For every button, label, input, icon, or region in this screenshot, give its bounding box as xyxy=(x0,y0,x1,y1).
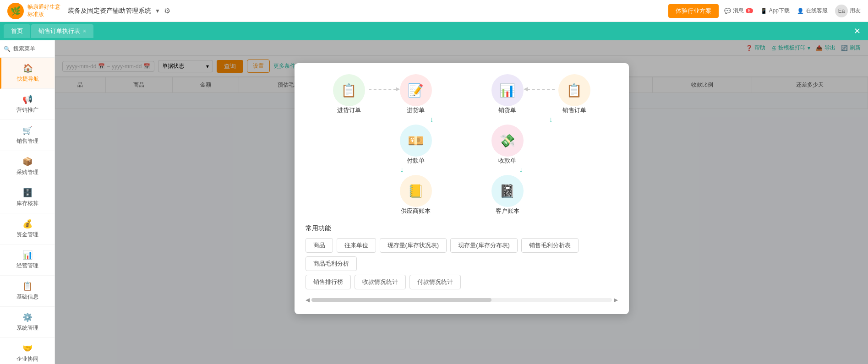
sidebar-item-marketing[interactable]: 📢 营销推广 xyxy=(0,89,55,120)
scroll-thumb xyxy=(311,298,492,302)
func-receipt-stats[interactable]: 收款情况统计 xyxy=(355,275,406,289)
marketing-icon: 📢 xyxy=(22,94,33,104)
online-service-item[interactable]: 👤 在线客服 xyxy=(797,7,828,15)
sales-order-label: 销售订单 xyxy=(562,106,586,114)
phone-icon: 📱 xyxy=(760,8,767,14)
sidebar: 🔍 搜索菜单 🏠 快捷导航 📢 营销推广 🛒 销售管理 📦 采购管理 🗄️ 库存… xyxy=(0,40,55,364)
logo-area: 🌿 畅康通好生意 标准版 xyxy=(7,3,62,19)
payment-node: 💴 付款单 xyxy=(400,125,432,165)
tab-home[interactable]: 首页 xyxy=(4,24,30,38)
nav-tabs: 首页 销售订单执行表 × ✕ xyxy=(0,22,868,40)
purchase-order-label: 进货订单 xyxy=(337,106,361,114)
logo-icon: 🌿 xyxy=(7,3,24,19)
supplier-ledger-node: 📒 供应商账本 xyxy=(400,175,432,215)
finance-icon: 💰 xyxy=(22,219,33,229)
receipt-circle[interactable]: 💸 xyxy=(491,125,524,157)
modal-scrollbar: ◀ ▶ xyxy=(306,297,618,303)
receipt-label: 收款单 xyxy=(498,157,516,165)
sidebar-item-enterprise[interactable]: 🤝 企业协同 xyxy=(0,338,55,364)
sidebar-item-operations[interactable]: 📊 经营管理 xyxy=(0,244,55,276)
scroll-track[interactable] xyxy=(311,298,612,302)
close-tab-icon[interactable]: × xyxy=(83,28,86,34)
func-contacts[interactable]: 往来单位 xyxy=(337,238,376,253)
receipt-node: 💸 收款单 xyxy=(491,125,524,165)
flow-row-middle: 💴 付款单 💸 收款单 xyxy=(306,125,618,165)
system-dropdown-button[interactable]: ▼ xyxy=(155,8,160,14)
customer-ledger-label: 客户账本 xyxy=(496,207,519,215)
func-product-profit[interactable]: 商品毛利分析 xyxy=(306,256,357,271)
purchase-icon: 📦 xyxy=(22,157,33,167)
avatar: Ea xyxy=(835,5,848,17)
sidebar-item-quick-nav[interactable]: 🏠 快捷导航 xyxy=(0,58,55,89)
inventory-icon: 🗄️ xyxy=(22,188,33,198)
sales-icon: 🛒 xyxy=(22,125,33,136)
arrow-down-receipt: ↓ xyxy=(521,114,581,125)
common-functions: 常用功能 商品 往来单位 现存量(库存状况表) 现存量(库存分布表) 销售毛利分… xyxy=(306,224,618,289)
func-payment-stats[interactable]: 付款情况统计 xyxy=(409,275,461,289)
purchase-bill-label: 进货单 xyxy=(407,106,425,114)
message-badge: 6 xyxy=(746,8,753,13)
arrow-sales-order-to-bill xyxy=(524,89,558,100)
flow-row-top: 📋 进货订单 📝 进货单 📊 销货单 xyxy=(306,74,618,114)
sidebar-item-inventory[interactable]: 🗄️ 库存核算 xyxy=(0,182,55,213)
sales-bill-label: 销货单 xyxy=(498,106,516,114)
supplier-ledger-circle[interactable]: 📒 xyxy=(400,175,432,207)
sales-bill-node: 📊 销货单 xyxy=(491,74,524,114)
header-right: 💬 消息 6 📱 App下载 👤 在线客服 Ea 用友 xyxy=(724,5,861,17)
scroll-left-button[interactable]: ◀ xyxy=(306,297,310,303)
sidebar-item-purchase[interactable]: 📦 采购管理 xyxy=(0,151,55,182)
purchase-bill-circle[interactable]: 📝 xyxy=(400,74,432,106)
func-inventory-dist[interactable]: 现存量(库存分布表) xyxy=(450,238,518,253)
search-menu-item[interactable]: 🔍 搜索菜单 xyxy=(0,40,55,58)
purchase-bill-node: 📝 进货单 xyxy=(400,74,432,114)
main-layout: 🔍 搜索菜单 🏠 快捷导航 📢 营销推广 🛒 销售管理 📦 采购管理 🗄️ 库存… xyxy=(0,40,868,364)
arrow-down-supplier: ↓ xyxy=(372,165,432,175)
sales-bill-circle[interactable]: 📊 xyxy=(491,74,524,106)
sales-order-node: 📋 销售订单 xyxy=(558,74,590,114)
func-sales-profit[interactable]: 销售毛利分析表 xyxy=(521,238,579,253)
operations-icon: 📊 xyxy=(22,250,33,260)
sidebar-item-sales[interactable]: 🛒 销售管理 xyxy=(0,120,55,151)
func-inventory-status[interactable]: 现存量(库存状况表) xyxy=(380,238,447,253)
payment-circle[interactable]: 💴 xyxy=(400,125,432,157)
system-title: 装备及固定资产辅助管理系统 xyxy=(68,7,151,15)
func-product[interactable]: 商品 xyxy=(306,238,333,253)
trial-button[interactable]: 体验行业方案 xyxy=(668,4,719,18)
close-all-tabs-button[interactable]: ✕ xyxy=(850,26,864,36)
home-icon: 🏠 xyxy=(23,63,33,73)
arrow-purchase-to-bill xyxy=(365,89,400,100)
search-icon: 🔍 xyxy=(4,46,11,52)
settings-icon[interactable]: ⚙ xyxy=(164,6,170,15)
tab-sales-order[interactable]: 销售订单执行表 × xyxy=(31,24,93,38)
top-header: 🌿 畅康通好生意 标准版 装备及固定资产辅助管理系统 ▼ ⚙ 体验行业方案 💬 … xyxy=(0,0,868,22)
app-download-item[interactable]: 📱 App下载 xyxy=(760,7,790,15)
purchase-order-node: 📋 进货订单 xyxy=(333,74,365,114)
message-icon: 💬 xyxy=(724,8,731,14)
arrows-down-row: ↓ ↓ xyxy=(306,114,618,125)
message-item[interactable]: 💬 消息 6 xyxy=(724,7,753,15)
common-functions-title: 常用功能 xyxy=(306,224,618,233)
purchase-order-circle[interactable]: 📋 xyxy=(333,74,365,106)
system-icon: ⚙️ xyxy=(22,312,33,322)
enterprise-icon: 🤝 xyxy=(22,343,33,353)
user-item[interactable]: Ea 用友 xyxy=(835,5,861,17)
quick-nav-modal: 📋 进货订单 📝 进货单 📊 销货单 xyxy=(295,63,629,314)
arrows-down-row-2: ↓ ↓ xyxy=(306,165,618,175)
sidebar-item-system[interactable]: ⚙️ 系统管理 xyxy=(0,307,55,338)
function-buttons-row-2: 销售排行榜 收款情况统计 付款情况统计 xyxy=(306,275,618,289)
sales-order-circle[interactable]: 📋 xyxy=(558,74,590,106)
logo-text: 畅康通好生意 标准版 xyxy=(27,4,60,18)
sidebar-item-basic-info[interactable]: 📋 基础信息 xyxy=(0,276,55,307)
scroll-right-button[interactable]: ▶ xyxy=(614,297,618,303)
customer-ledger-node: 📓 客户账本 xyxy=(491,175,524,215)
arrow-down-customer: ↓ xyxy=(491,165,551,175)
arrow-down-payment: ↓ xyxy=(402,114,462,125)
basic-info-icon: 📋 xyxy=(22,281,33,291)
sidebar-item-finance[interactable]: 💰 资金管理 xyxy=(0,213,55,244)
content-area: ❓ 帮助 🖨 按模板打印 ▾ 📤 导出 🔄 刷新 yyyy-mm-dd 📅 xyxy=(55,40,868,364)
payment-label: 付款单 xyxy=(407,157,425,165)
func-sales-ranking[interactable]: 销售排行榜 xyxy=(306,275,351,289)
system-title-area: 装备及固定资产辅助管理系统 ▼ ⚙ xyxy=(68,6,663,15)
customer-ledger-circle[interactable]: 📓 xyxy=(491,175,524,207)
function-buttons-row-1: 商品 往来单位 现存量(库存状况表) 现存量(库存分布表) 销售毛利分析表 商品… xyxy=(306,238,618,271)
